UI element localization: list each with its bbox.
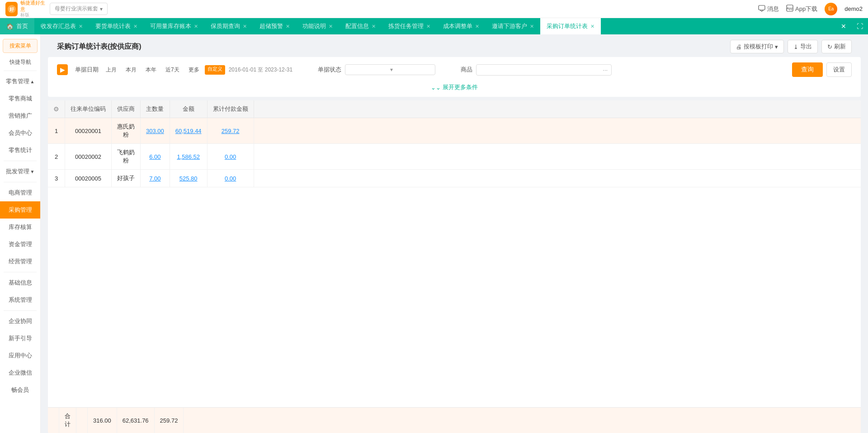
goods-search-input[interactable]	[480, 67, 603, 73]
sidebar-item-operations[interactable]: 经营管理	[0, 253, 40, 270]
tab-peizhi[interactable]: 配置信息 ✕	[339, 18, 382, 34]
message-button[interactable]: 消息	[758, 5, 779, 13]
download-icon: App	[786, 5, 793, 13]
sidebar-item-wechat[interactable]: 企业微信	[0, 364, 40, 381]
row-paid[interactable]: 0.00	[207, 170, 254, 187]
shortcut-this-month[interactable]: 本月	[122, 65, 140, 75]
footer-qty: 316.00	[88, 408, 117, 433]
status-select[interactable]: ▾	[345, 64, 435, 75]
export-button[interactable]: ⤓ 导出	[788, 40, 818, 53]
header-row: ⚙ 往来单位编码 供应商 主数量 金额 累计付款金额	[48, 100, 861, 118]
filter-toggle-button[interactable]: ▶	[57, 64, 68, 75]
template-print-button[interactable]: 🖨 按模板打印 ▾	[730, 40, 784, 53]
custom-date-badge: 自定义	[205, 65, 225, 75]
sidebar-item-system[interactable]: 系统管理	[0, 291, 40, 309]
close-icon[interactable]: ✕	[133, 24, 137, 29]
shortcut-last-month[interactable]: 上月	[102, 65, 120, 75]
th-gear[interactable]: ⚙	[48, 100, 65, 118]
expand-icon: ⌄⌄	[431, 84, 441, 91]
app-download-button[interactable]: App App下载	[786, 5, 817, 13]
close-icon[interactable]: ✕	[530, 24, 534, 29]
tab-yaohuo[interactable]: 要货单统计表 ✕	[89, 18, 144, 34]
tab-chaochuo[interactable]: 超储预警 ✕	[253, 18, 296, 34]
sidebar-item-appcenter[interactable]: 应用中心	[0, 347, 40, 364]
sidebar-item-enterprise[interactable]: 企业协同	[0, 313, 40, 330]
tab-chengben[interactable]: 成本调整单 ✕	[437, 18, 486, 34]
refresh-button[interactable]: ↻ 刷新	[821, 40, 852, 53]
footer-amount: 62,631.76	[117, 408, 154, 433]
footer-table: 合计 316.00 62,631.76 259.72	[48, 408, 861, 433]
tab-baozhi[interactable]: 保质期查询 ✕	[204, 18, 253, 34]
row-qty[interactable]: 6.00	[141, 144, 170, 170]
footer-row: 合计 316.00 62,631.76 259.72	[48, 408, 861, 433]
sidebar-item-member[interactable]: 会员中心	[0, 124, 40, 142]
close-icon[interactable]: ✕	[590, 24, 594, 29]
tab-pihuo[interactable]: 拣货任务管理 ✕	[382, 18, 437, 34]
logo-icon: 好	[5, 2, 18, 16]
shortcut-7days[interactable]: 近7天	[162, 65, 183, 75]
close-icon[interactable]: ✕	[79, 24, 83, 29]
search-menu-button[interactable]: 搜索菜单	[3, 39, 38, 53]
close-icon[interactable]: ✕	[372, 24, 376, 29]
maximize-button[interactable]: ⛶	[852, 18, 868, 34]
sidebar-item-retail[interactable]: 零售管理 ▲	[0, 73, 40, 90]
sidebar-divider	[4, 272, 37, 272]
tab-caigou[interactable]: 采购订单统计表 ✕	[540, 18, 601, 34]
close-tab-button[interactable]: ✕	[835, 18, 852, 34]
table-row: 3 00020005 好孩子 7.00 525.80 0.00	[48, 170, 861, 187]
date-range-text: 2016-01-01 至 2023-12-31	[229, 66, 292, 74]
query-button[interactable]: 查询	[792, 62, 823, 77]
sidebar-item-retail-shop[interactable]: 零售商城	[0, 90, 40, 107]
expand-more-button[interactable]: ⌄⌄ 展开更多条件	[431, 81, 478, 91]
tab-home[interactable]: 🏠 首页	[0, 18, 34, 34]
close-icon[interactable]: ✕	[426, 24, 430, 29]
goods-filter-label: 商品	[461, 66, 472, 74]
goods-input-field[interactable]: ···	[476, 64, 612, 76]
row-amount[interactable]: 60,519.44	[170, 118, 207, 144]
sidebar-item-marketing[interactable]: 营销推广	[0, 107, 40, 124]
refresh-icon: ↻	[827, 43, 832, 50]
quick-nav-button[interactable]: 快捷导航	[0, 56, 40, 69]
row-amount[interactable]: 1,586.52	[170, 144, 207, 170]
row-qty[interactable]: 7.00	[141, 170, 170, 187]
sidebar-item-vip[interactable]: 畅会员	[0, 381, 40, 399]
close-icon[interactable]: ✕	[194, 24, 198, 29]
sidebar-item-ecommerce[interactable]: 电商管理	[0, 184, 40, 201]
tab-shoufahui[interactable]: 收发存汇总表 ✕	[34, 18, 89, 34]
sidebar-item-wholesale[interactable]: 批发管理 ▼	[0, 163, 40, 180]
sidebar-item-retail-stat[interactable]: 零售统计	[0, 142, 40, 159]
tab-gongneng[interactable]: 功能说明 ✕	[296, 18, 339, 34]
tab-yaoqing[interactable]: 邀请下游客户 ✕	[486, 18, 540, 34]
row-paid[interactable]: 0.00	[207, 144, 254, 170]
th-unit-code: 往来单位编码	[65, 100, 112, 118]
row-paid[interactable]: 259.72	[207, 118, 254, 144]
workspace-selector[interactable]: 母婴行业演示账套 ▾	[50, 3, 108, 15]
sidebar-item-finance[interactable]: 资金管理	[0, 236, 40, 253]
sidebar-divider	[4, 71, 37, 71]
row-qty[interactable]: 303.00	[141, 118, 170, 144]
sidebar-item-inventory[interactable]: 库存核算	[0, 219, 40, 236]
row-unit-code: 00020001	[65, 118, 112, 144]
close-icon[interactable]: ✕	[475, 24, 479, 29]
shortcut-this-year[interactable]: 本年	[142, 65, 160, 75]
sidebar-item-newguide[interactable]: 新手引导	[0, 330, 40, 347]
setting-button[interactable]: 设置	[826, 62, 852, 77]
gear-icon[interactable]: ⚙	[53, 105, 59, 113]
more-options-icon[interactable]: ···	[603, 67, 608, 73]
shortcut-more[interactable]: 更多	[185, 65, 203, 75]
logo-area: 好 畅捷通好生意 标版	[5, 0, 46, 17]
sidebar-item-basic[interactable]: 基础信息	[0, 274, 40, 291]
filter-area: ▶ 单据日期 上月 本月 本年 近7天 更多 自定义 2016-01-01 至 …	[48, 57, 861, 97]
tab-keyong[interactable]: 可用量库存账本 ✕	[144, 18, 204, 34]
date-filter-label: 单据日期	[75, 66, 99, 74]
row-extra	[254, 170, 861, 187]
close-icon[interactable]: ✕	[286, 24, 290, 29]
table-body: 1 00020001 惠氏奶粉 303.00 60,519.44 259.72 …	[48, 118, 861, 187]
table-container: ⚙ 往来单位编码 供应商 主数量 金额 累计付款金额	[48, 100, 861, 407]
close-icon[interactable]: ✕	[329, 24, 333, 29]
close-icon[interactable]: ✕	[243, 24, 247, 29]
avatar[interactable]: Ea	[825, 3, 837, 15]
sidebar-item-purchase[interactable]: 采购管理	[0, 201, 40, 219]
filter-status-group: 单据状态 ▾	[318, 64, 435, 75]
row-amount[interactable]: 525.80	[170, 170, 207, 187]
